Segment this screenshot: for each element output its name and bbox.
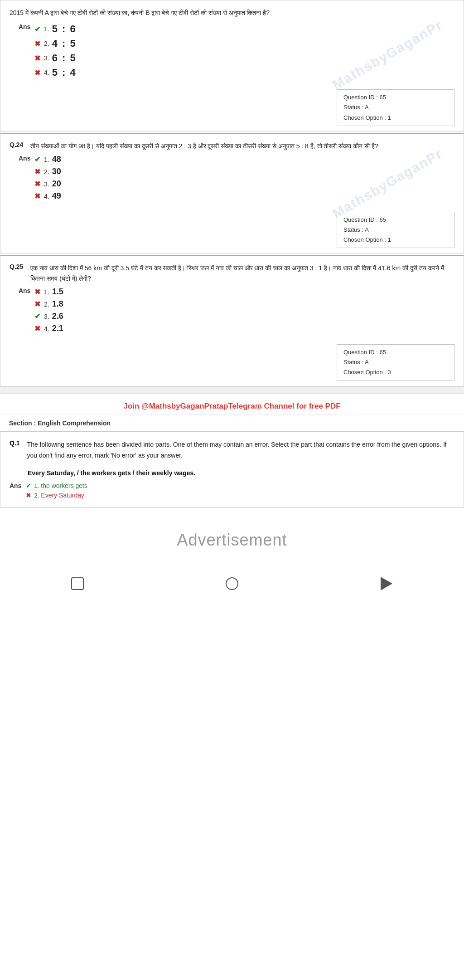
info-chosen-q23: Chosen Option : 1 [343, 113, 448, 123]
info-qid-q25: Question ID : 65 [343, 347, 448, 357]
cross-icon-q25-2: ✖ [34, 300, 40, 308]
eng-question-block-q1: Q.1 The following sentence has been divi… [0, 432, 464, 508]
option-q24-2: ✖ 2. 30 [34, 167, 61, 176]
eng-ans-label: Ans [10, 482, 21, 489]
advertisement: Advertisement [0, 508, 464, 568]
question-block-q23: 2015 में कंपनी A द्वारा बेचे गए टीवी सेट… [0, 0, 464, 132]
cross-icon-q23-3: ✖ [34, 54, 40, 63]
nav-square-button[interactable] [69, 575, 86, 592]
cross-icon-q25-1: ✖ [34, 288, 40, 296]
eng-option-text-2: Every Saturday [41, 492, 84, 499]
q-number-q25: Q.25 [10, 263, 23, 283]
eng-option-1: ✔ 1. the workers gets [26, 482, 87, 489]
option-q24-4: ✖ 4. 49 [34, 191, 61, 201]
option-text-q23-1: 5 : 6 [52, 23, 77, 35]
question-text-q23: 2015 में कंपनी A द्वारा बेचे गए टीवी सेट… [10, 8, 454, 18]
info-status-q24: Status : A [343, 225, 448, 235]
eng-sentence: Every Saturday, / the workers gets / the… [28, 469, 454, 477]
cross-icon-q25-4: ✖ [34, 324, 40, 333]
question-text-q25: एक नाव धारा की दिशा में 56 km की दूरी 3.… [30, 263, 454, 283]
check-icon-eng-1: ✔ [26, 482, 31, 489]
option-q23-4: ✖ 4. 5 : 4 [34, 67, 77, 78]
info-qid-q23: Question ID : 65 [343, 93, 448, 102]
nav-back-button[interactable] [378, 575, 395, 592]
option-num-q23-1: 1. [44, 25, 49, 33]
triangle-icon [381, 577, 392, 590]
question-text-q24: तीन संख्याओं का योग 98 है। यदि पहली संख्… [30, 141, 378, 151]
cross-icon-q23-2: ✖ [34, 39, 40, 48]
eng-option-num-1: 1. [34, 483, 39, 489]
option-q23-3: ✖ 3. 6 : 5 [34, 52, 77, 64]
info-qid-q24: Question ID : 65 [343, 215, 448, 225]
option-num-q24-4: 4. [44, 193, 49, 200]
options-q23: ✔ 1. 5 : 6 ✖ 2. 4 : 5 ✖ 3. 6 : 5 [34, 23, 77, 81]
telegram-banner[interactable]: Join @MathsbyGaganPratapTelegram Channel… [0, 394, 464, 415]
eng-option-2: ✖ 2. Every Saturday [26, 492, 87, 499]
option-text-q23-2: 4 : 5 [52, 38, 77, 49]
info-box-q23: Question ID : 65 Status : A Chosen Optio… [337, 89, 454, 126]
q-number-q24: Q.24 [10, 141, 23, 151]
option-text-q25-3: 2.6 [52, 312, 63, 321]
nav-bar [0, 568, 464, 596]
info-box-q24: Question ID : 65 Status : A Chosen Optio… [337, 212, 454, 248]
info-status-q25: Status : A [343, 357, 448, 367]
option-q25-3: ✔ 3. 2.6 [34, 312, 63, 321]
option-num-q25-4: 4. [44, 325, 49, 332]
option-text-q25-2: 1.8 [52, 299, 63, 309]
option-text-q23-3: 6 : 5 [52, 52, 77, 64]
eng-options: ✔ 1. the workers gets ✖ 2. Every Saturda… [26, 482, 87, 501]
section-label: Section : [9, 419, 38, 427]
option-text-q25-1: 1.5 [52, 287, 63, 297]
info-status-q23: Status : A [343, 102, 448, 112]
option-text-q24-2: 30 [52, 167, 61, 176]
cross-icon-q24-3: ✖ [34, 180, 40, 188]
option-q24-3: ✖ 3. 20 [34, 179, 61, 189]
nav-circle-button[interactable] [224, 575, 240, 592]
eng-option-num-2: 2. [34, 492, 39, 499]
page: 2015 में कंपनी A द्वारा बेचे गए टीवी सेट… [0, 0, 464, 596]
option-q23-2: ✖ 2. 4 : 5 [34, 38, 77, 49]
option-q25-1: ✖ 1. 1.5 [34, 287, 63, 297]
option-num-q24-2: 2. [44, 168, 49, 176]
option-text-q24-3: 20 [52, 179, 61, 189]
section-header: Section : English Comprehension [0, 415, 464, 432]
eng-option-text-1: the workers gets [41, 482, 87, 489]
option-q24-1: ✔ 1. 48 [34, 155, 61, 164]
check-icon-q24-1: ✔ [34, 155, 40, 164]
option-q25-2: ✖ 2. 1.8 [34, 299, 63, 309]
section-name: English Comprehension [38, 419, 111, 427]
option-text-q24-1: 48 [52, 155, 61, 164]
square-icon [71, 577, 84, 590]
info-box-q25: Question ID : 65 Status : A Chosen Optio… [337, 344, 454, 380]
option-num-q25-1: 1. [44, 288, 49, 296]
ans-label-q23: Ans [19, 23, 30, 30]
option-num-q25-2: 2. [44, 301, 49, 308]
cross-icon-eng-2: ✖ [26, 492, 31, 499]
eng-q-number: Q.1 [10, 439, 20, 466]
check-icon-q25-3: ✔ [34, 312, 40, 321]
option-num-q24-3: 3. [44, 180, 49, 188]
option-text-q24-4: 49 [52, 191, 61, 201]
cross-icon-q23-4: ✖ [34, 68, 40, 77]
options-q24: ✔ 1. 48 ✖ 2. 30 ✖ 3. 20 ✖ [34, 155, 61, 204]
option-num-q24-1: 1. [44, 156, 49, 163]
info-chosen-q24: Chosen Option : 1 [343, 235, 448, 245]
option-q23-1: ✔ 1. 5 : 6 [34, 23, 77, 35]
check-icon-q23-1: ✔ [34, 25, 40, 34]
circle-icon [226, 577, 238, 590]
options-q25: ✖ 1. 1.5 ✖ 2. 1.8 ✔ 3. 2.6 [34, 287, 63, 336]
ans-label-q25: Ans [19, 287, 30, 294]
option-q25-4: ✖ 4. 2.1 [34, 324, 63, 333]
info-chosen-q25: Chosen Option : 3 [343, 367, 448, 377]
page-divider [0, 386, 464, 394]
question-block-q25: Q.25 एक नाव धारा की दिशा में 56 km की दू… [0, 255, 464, 386]
cross-icon-q24-2: ✖ [34, 167, 40, 176]
option-text-q23-4: 5 : 4 [52, 67, 77, 78]
option-text-q25-4: 2.1 [52, 324, 63, 333]
ans-label-q24: Ans [19, 155, 30, 162]
option-num-q23-3: 3. [44, 54, 49, 62]
option-num-q23-4: 4. [44, 69, 49, 76]
option-num-q23-2: 2. [44, 40, 49, 47]
eng-question-text: The following sentence has been divided … [27, 439, 454, 461]
option-num-q25-3: 3. [44, 313, 49, 320]
